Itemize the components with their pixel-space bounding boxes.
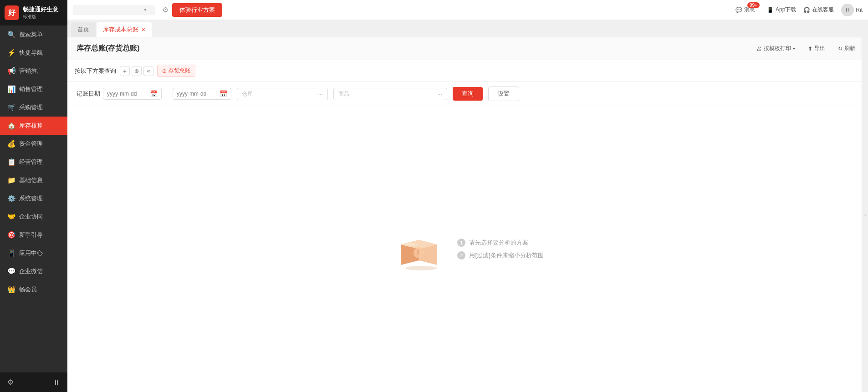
settings-footer-btn[interactable]: ⚙ <box>7 378 14 387</box>
sidebar-item-sales[interactable]: 📊 销售管理 <box>0 80 67 98</box>
tip-num-2: 2 <box>457 251 465 260</box>
sidebar-item-newbie[interactable]: 🎯 新手引导 <box>0 226 67 244</box>
svg-text:!: ! <box>417 249 419 256</box>
main-area: ▾ ⚙ 体验行业方案 💬 消息 99+ 📱 App下载 🎧 在线客服 R Rit <box>67 0 868 392</box>
sidebar-item-marketing[interactable]: 📢 营销推广 <box>0 62 67 80</box>
date-label: 记账日期 <box>77 90 100 98</box>
warehouse-select[interactable]: 仓库 ··· <box>237 88 328 100</box>
svg-point-4 <box>414 247 424 258</box>
sidebar-item-search[interactable]: 🔍 搜索菜单 <box>0 25 67 44</box>
sidebar-label-funds: 资金管理 <box>19 140 43 148</box>
page-content: 库存总账(存货总账) 🖨 按模板打印 ▾ ⬆ 导出 ↻ 刷新 按以下方案查询 <box>67 37 868 392</box>
tab-inventory-cost-label: 库存成本总账 <box>103 25 138 34</box>
topbar-dropdown-arrow[interactable]: ▾ <box>144 7 147 13</box>
goods-select[interactable]: 商品 ··· <box>333 88 447 100</box>
print-dropdown-icon[interactable]: ▾ <box>793 46 795 51</box>
avatar: R <box>841 4 854 16</box>
print-template-btn[interactable]: 🖨 按模板打印 ▾ <box>753 43 799 54</box>
empty-tip-2: 2 用[过滤]条件来缩小分析范围 <box>457 251 543 260</box>
sidebar-item-wecom[interactable]: 💬 企业微信 <box>0 262 67 280</box>
sidebar-icon-system: ⚙️ <box>7 194 15 203</box>
filter-area: 按以下方案查询 + ⊚ « ⊙ 存货总账 <box>67 60 868 82</box>
user-area[interactable]: R Rit <box>841 4 863 16</box>
filter-tag-label: 存货总账 <box>168 67 190 75</box>
logo-text: 畅捷通好生意 标准版 <box>23 6 58 20</box>
filter-tag-icon: ⊙ <box>162 68 167 74</box>
sidebar-icon-marketing: 📢 <box>7 67 15 75</box>
filter-expand-btn[interactable]: « <box>143 66 153 76</box>
sidebar-label-system: 系统管理 <box>19 194 43 203</box>
sidebar-icon-purchase: 🛒 <box>7 103 15 112</box>
message-btn[interactable]: 💬 消息 99+ <box>735 6 755 14</box>
export-btn[interactable]: ⬆ 导出 <box>804 43 829 54</box>
date-separator: — <box>164 91 170 97</box>
sidebar-label-inventory: 库存核算 <box>19 122 43 130</box>
tab-close-btn[interactable]: ✕ <box>141 27 145 33</box>
trial-btn[interactable]: 体验行业方案 <box>172 3 222 17</box>
right-panel-arrow-icon: › <box>864 212 866 218</box>
sidebar-item-operation[interactable]: 📋 经营管理 <box>0 153 67 171</box>
warehouse-more-icon[interactable]: ··· <box>318 91 323 97</box>
goods-more-icon[interactable]: ··· <box>437 91 442 97</box>
online-service-label: 在线客服 <box>812 6 834 14</box>
settings-btn[interactable]: 设置 <box>488 87 519 101</box>
topbar-search-input[interactable] <box>77 7 141 13</box>
sidebar-footer: ⚙ ⏸ <box>0 372 67 392</box>
online-service-btn[interactable]: 🎧 在线客服 <box>803 6 834 14</box>
sidebar-item-basic[interactable]: 📁 基础信息 <box>0 171 67 189</box>
date-start-input[interactable] <box>107 91 148 97</box>
sidebar-label-basic: 基础信息 <box>19 176 43 184</box>
tab-home[interactable]: 首页 <box>71 22 96 37</box>
sidebar-label-cooperation: 企业协同 <box>19 213 43 221</box>
filter-actions: + ⊚ « <box>120 66 153 76</box>
sidebar-icon-cooperation: 🤝 <box>7 213 15 221</box>
empty-state: ! 1 请先选择要分析的方案 2 用[过滤]条件来缩小分析范围 <box>67 106 868 392</box>
filter-collapse-btn[interactable]: ⊚ <box>132 66 142 76</box>
date-end-input[interactable] <box>177 91 218 97</box>
sidebar-item-member[interactable]: 👑 畅会员 <box>0 280 67 299</box>
tip-text-1: 请先选择要分析的方案 <box>469 239 528 247</box>
tab-inventory-cost[interactable]: 库存成本总账 ✕ <box>97 22 152 37</box>
sidebar-item-inventory[interactable]: 🏠 库存核算 <box>0 117 67 135</box>
tip-text-2: 用[过滤]条件来缩小分析范围 <box>469 251 543 260</box>
filter-tag-inventory[interactable]: ⊙ 存货总账 <box>157 65 195 77</box>
user-name: Rit <box>856 7 863 13</box>
topbar-left: ▾ ⚙ 体验行业方案 <box>73 3 222 17</box>
sidebar-item-purchase[interactable]: 🛒 采购管理 <box>0 98 67 117</box>
topbar-gear-icon[interactable]: ⚙ <box>162 5 168 14</box>
sidebar-icon-sales: 📊 <box>7 85 15 93</box>
refresh-btn[interactable]: ↻ 刷新 <box>834 43 859 54</box>
sidebar-item-apps[interactable]: 📱 应用中心 <box>0 244 67 262</box>
app-download-btn[interactable]: 📱 App下载 <box>767 6 796 14</box>
headset-icon: 🎧 <box>803 7 810 13</box>
right-panel[interactable]: › <box>862 37 868 392</box>
query-btn[interactable]: 查询 <box>453 87 483 101</box>
filter-add-btn[interactable]: + <box>120 66 130 76</box>
calendar-start-icon[interactable]: 📅 <box>150 90 158 97</box>
sidebar: 好 畅捷通好生意 标准版 🔍 搜索菜单 ⚡ 快捷导航 📢 营销推广 📊 销售管理… <box>0 0 67 392</box>
sidebar-label-member: 畅会员 <box>19 285 37 294</box>
print-icon: 🖨 <box>756 46 762 52</box>
sidebar-icon-funds: 💰 <box>7 140 15 148</box>
sidebar-item-system[interactable]: ⚙️ 系统管理 <box>0 189 67 208</box>
topbar-search-area: ▾ <box>73 5 155 15</box>
audio-footer-btn[interactable]: ⏸ <box>53 378 60 387</box>
sidebar-label-purchase: 采购管理 <box>19 103 43 112</box>
warehouse-filter-field: 仓库 ··· <box>237 88 328 100</box>
sidebar-icon-inventory: 🏠 <box>7 122 15 130</box>
page-header-actions: 🖨 按模板打印 ▾ ⬆ 导出 ↻ 刷新 <box>753 43 859 54</box>
sidebar-item-cooperation[interactable]: 🤝 企业协同 <box>0 208 67 226</box>
warehouse-placeholder: 仓库 <box>242 90 253 98</box>
date-filter-field: 记账日期 📅 — 📅 <box>77 88 231 100</box>
sidebar-icon-quick-nav: ⚡ <box>7 49 15 57</box>
sidebar-logo: 好 畅捷通好生意 标准版 <box>0 0 67 25</box>
sidebar-item-quick-nav[interactable]: ⚡ 快捷导航 <box>0 44 67 62</box>
sidebar-label-marketing: 营销推广 <box>19 67 43 75</box>
message-icon: 💬 <box>735 7 742 13</box>
sidebar-nav: 🔍 搜索菜单 ⚡ 快捷导航 📢 营销推广 📊 销售管理 🛒 采购管理 🏠 库存核… <box>0 25 67 372</box>
sidebar-label-search: 搜索菜单 <box>19 31 43 39</box>
calendar-end-icon[interactable]: 📅 <box>220 90 227 97</box>
goods-filter-field: 商品 ··· <box>333 88 447 100</box>
topbar: ▾ ⚙ 体验行业方案 💬 消息 99+ 📱 App下载 🎧 在线客服 R Rit <box>67 0 868 20</box>
sidebar-item-funds[interactable]: 💰 资金管理 <box>0 135 67 153</box>
